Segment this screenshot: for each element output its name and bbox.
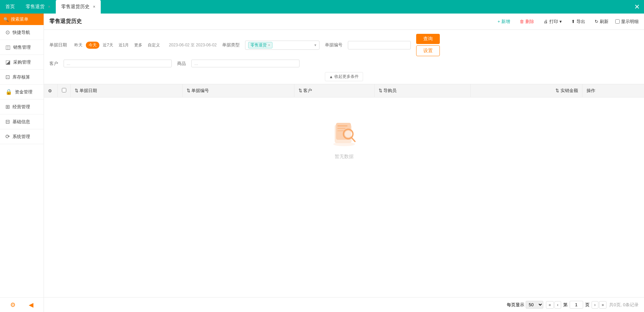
tab-retail-return-history-label: 零售退货历史 xyxy=(61,4,90,10)
per-page-label: 每页显示 xyxy=(507,302,524,308)
delete-label: 删除 xyxy=(525,19,534,25)
empty-text: 暂无数据 xyxy=(335,154,354,160)
voucher-type-tag: 零售退货 × xyxy=(248,42,272,48)
export-button[interactable]: ⬆ 导出 xyxy=(569,17,588,26)
goods-select[interactable]: ... xyxy=(191,60,300,67)
tab-home[interactable]: 首页 xyxy=(0,0,20,14)
table-body: 暂无数据 xyxy=(44,97,644,180)
basic-info-icon: ⊟ xyxy=(5,118,10,125)
delete-button[interactable]: 🗑 删除 xyxy=(517,17,537,26)
th-voucher-date[interactable]: ⇅ 单据日期 xyxy=(70,84,182,97)
collapse-button[interactable]: ▲ 收起更多条件 xyxy=(325,72,363,81)
sidebar-item-operations[interactable]: ⊞ 经营管理 xyxy=(0,99,44,114)
voucher-type-tag-close[interactable]: × xyxy=(268,43,270,47)
window-close-icon[interactable]: ✕ xyxy=(634,3,640,10)
sidebar-search[interactable]: 🔍 搜索菜单 xyxy=(0,14,44,25)
empty-state-row: 暂无数据 xyxy=(44,97,644,180)
filter-row-2: 客户 ... 商品 ... xyxy=(49,60,639,67)
date-btn-yesterday[interactable]: 昨天 xyxy=(72,42,85,49)
print-button[interactable]: 🖨 打印 ▾ xyxy=(541,17,565,26)
data-table: ⚙ ⇅ 单据日期 ⇅ 单据编号 ⇅ 客户 xyxy=(44,84,644,180)
sidebar-item-inventory-label: 库存核算 xyxy=(13,74,30,80)
th-checkbox[interactable] xyxy=(57,84,70,97)
page-number-input[interactable] xyxy=(570,301,583,309)
date-btn-7days[interactable]: 近7天 xyxy=(101,42,115,49)
sidebar-item-system-mgmt-label: 系统管理 xyxy=(13,134,30,140)
search-icon: 🔍 xyxy=(3,17,9,22)
customer-placeholder: ... xyxy=(67,61,70,66)
date-shortcuts: 昨天 今天 近7天 近1月 更多 自定义 xyxy=(72,42,162,49)
page-label: 第 xyxy=(563,302,568,308)
svg-rect-3 xyxy=(337,125,348,127)
th-voucher-no-label: ⇅ 单据编号 xyxy=(187,88,209,93)
sidebar-item-purchase-mgmt[interactable]: ◪ 采购管理 xyxy=(0,55,44,70)
filter-settings-button[interactable]: 设置 xyxy=(416,45,440,56)
customer-filter-label: 客户 xyxy=(49,61,58,67)
collapse-up-icon: ▲ xyxy=(329,74,333,79)
column-settings-icon[interactable]: ⚙ xyxy=(48,88,52,93)
sidebar-item-basic-info[interactable]: ⊟ 基础信息 xyxy=(0,114,44,129)
tab-retail-return-history-close[interactable]: × xyxy=(93,4,95,9)
new-button[interactable]: + 新增 xyxy=(495,17,513,26)
sidebar-item-quick-nav[interactable]: ⊙ 快捷导航 xyxy=(0,25,44,40)
voucher-type-label: 单据类型 xyxy=(222,42,240,48)
th-actions-label: 操作 xyxy=(587,88,595,93)
tab-list: 首页 零售退货 × 零售退货历史 × xyxy=(0,0,644,14)
page-title: 零售退货历史 xyxy=(49,18,82,25)
sidebar-item-finance[interactable]: 🔒 资金管理 xyxy=(0,85,44,99)
goods-filter-label: 商品 xyxy=(177,61,186,67)
refresh-label: 刷新 xyxy=(600,19,609,25)
show-detail-checkbox-label[interactable]: 显示明细 xyxy=(615,19,639,25)
sidebar-item-system-mgmt[interactable]: ⟳ 系统管理 xyxy=(0,129,44,144)
date-btn-1month[interactable]: 近1月 xyxy=(117,42,131,49)
tab-retail-return[interactable]: 零售退货 × xyxy=(20,0,56,14)
show-detail-checkbox[interactable] xyxy=(615,19,620,24)
th-actual-amount[interactable]: ⇅ 实销金额 xyxy=(470,84,582,97)
collapse-sidebar-icon[interactable]: ◀ xyxy=(29,301,33,309)
query-settings-group: 查询 设置 xyxy=(416,34,440,56)
last-page-button[interactable]: » xyxy=(599,301,607,309)
first-page-button[interactable]: « xyxy=(546,301,554,309)
page-header: 零售退货历史 + 新增 🗑 删除 🖨 打印 ▾ ⬆ 导出 ↻ xyxy=(44,14,644,30)
table-container: ⚙ ⇅ 单据日期 ⇅ 单据编号 ⇅ 客户 xyxy=(44,84,644,297)
date-btn-custom[interactable]: 自定义 xyxy=(146,42,162,49)
next-page-button[interactable]: › xyxy=(592,301,598,309)
voucher-type-select[interactable]: 零售退货 × ▾ xyxy=(245,41,319,50)
date-btn-today[interactable]: 今天 xyxy=(86,42,99,49)
page-unit: 页 xyxy=(585,302,590,308)
th-settings[interactable]: ⚙ xyxy=(44,84,57,97)
tab-retail-return-history[interactable]: 零售退货历史 × xyxy=(56,0,101,14)
pagination-bar: 每页显示 10 20 50 100 « ‹ 第 页 › » 共0页, 0条记录 xyxy=(44,297,644,312)
prev-page-button[interactable]: ‹ xyxy=(554,301,561,309)
collapse-row: ▲ 收起更多条件 xyxy=(49,71,639,81)
voucher-no-input[interactable] xyxy=(348,41,411,49)
sidebar-item-finance-label: 资金管理 xyxy=(15,89,32,95)
th-guide-label: ⇅ 导购员 xyxy=(379,88,397,93)
refresh-button[interactable]: ↻ 刷新 xyxy=(592,17,611,26)
date-btn-more[interactable]: 更多 xyxy=(132,42,144,49)
customer-select[interactable]: ... xyxy=(64,60,172,67)
sidebar: 🔍 搜索菜单 ⊙ 快捷导航 ◫ 销售管理 ◪ 采购管理 ⊡ 库存核算 🔒 资金管… xyxy=(0,14,44,312)
sidebar-bottom: ⚙ ◀ xyxy=(0,297,44,312)
filter-area: 单据日期 昨天 今天 近7天 近1月 更多 自定义 2023-06-02 至 2… xyxy=(44,30,644,84)
settings-icon[interactable]: ⚙ xyxy=(10,301,16,309)
query-button[interactable]: 查询 xyxy=(416,34,440,44)
th-customer[interactable]: ⇅ 客户 xyxy=(294,84,374,97)
goods-placeholder: ... xyxy=(194,61,198,66)
per-page-dropdown[interactable]: 10 20 50 100 xyxy=(526,301,543,309)
sidebar-item-sales-mgmt[interactable]: ◫ 销售管理 xyxy=(0,40,44,55)
sidebar-item-quick-nav-label: 快捷导航 xyxy=(13,29,30,36)
th-voucher-date-label: ⇅ 单据日期 xyxy=(75,88,97,93)
inventory-icon: ⊡ xyxy=(5,74,10,80)
sidebar-item-inventory[interactable]: ⊡ 库存核算 xyxy=(0,70,44,85)
th-guide[interactable]: ⇅ 导购员 xyxy=(374,84,470,97)
select-all-checkbox[interactable] xyxy=(62,88,66,92)
svg-rect-5 xyxy=(337,130,344,131)
th-voucher-no[interactable]: ⇅ 单据编号 xyxy=(182,84,294,97)
page-nav: « ‹ 第 页 › » xyxy=(546,301,606,309)
tab-retail-return-close[interactable]: × xyxy=(48,4,50,9)
export-icon: ⬆ xyxy=(571,19,575,24)
empty-state-cell: 暂无数据 xyxy=(44,97,644,180)
total-info: 共0页, 0条记录 xyxy=(609,302,639,308)
voucher-no-label: 单据编号 xyxy=(325,42,342,48)
